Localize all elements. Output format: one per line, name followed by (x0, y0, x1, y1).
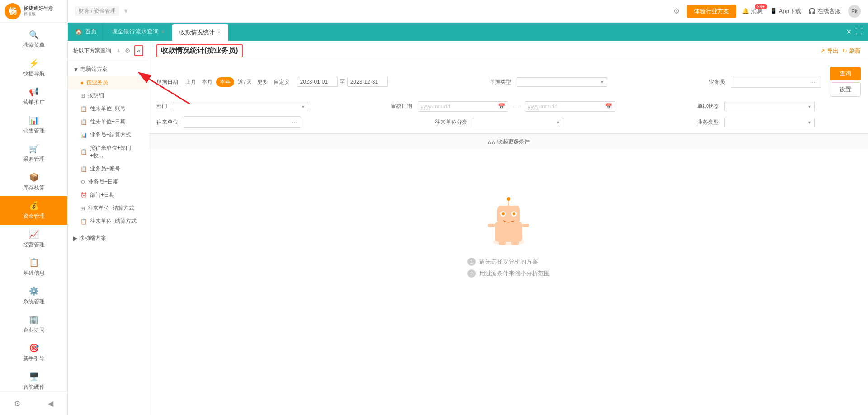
window-close-icon[interactable]: ✕ (846, 28, 852, 36)
collapse-triangle-icon: ▼ (73, 66, 79, 73)
scheme-item-partner-dept[interactable]: 📋 按往来单位+部门+收... (68, 141, 149, 162)
scheme-item-icon-detail: ⊞ (80, 93, 85, 99)
sidebar-item-label-enterprise: 企业协同 (23, 326, 45, 334)
biz-type-select[interactable]: ▾ (724, 118, 815, 127)
guide-icon: 🎯 (29, 343, 39, 353)
collapse-arrow-icon: ∧∧ (487, 139, 495, 145)
sidebar-item-system[interactable]: ⚙️ 系统管理 (0, 282, 67, 310)
notification-wrap[interactable]: 🔔 消息 99+ (742, 7, 763, 15)
date-range: 至 (297, 77, 388, 87)
settings-icon[interactable]: ⚙ (673, 7, 679, 15)
scheme-item-salesperson-settle[interactable]: 📊 业务员+结算方式 (68, 128, 149, 141)
filter-area: 单据日期 上月 本月 本年 近7天 更多 自定义 至 (149, 61, 868, 134)
sidebar-item-finance[interactable]: 💰 资金管理 (0, 196, 67, 225)
sidebar-item-marketing[interactable]: 📢 营销推广 (0, 82, 67, 111)
empty-state: 1 请先选择要分析的方案 2 用过滤条件来缩小分析范围 (467, 194, 550, 278)
scheme-item-dept-date[interactable]: ⏰ 部门+日期 (68, 189, 149, 202)
tab-bank-flow[interactable]: 现金银行流水查询 × (104, 23, 172, 41)
sidebar-item-hardware[interactable]: 🖥️ 智能硬件 (0, 367, 67, 391)
scheme-group-desktop-header[interactable]: ▼ 电脑端方案 (68, 63, 149, 76)
online-service-link[interactable]: 🎧 在线客服 (808, 7, 841, 15)
scheme-item-partner-settle1[interactable]: ⊞ 往来单位+结算方式 (68, 202, 149, 215)
sidebar-item-basic[interactable]: 📋 基础信息 (0, 253, 67, 282)
scheme-settings-btn[interactable]: ⚙ (124, 46, 132, 55)
breadcrumb-area: 财务 / 资金管理 ▼ (75, 6, 668, 16)
scheme-add-btn[interactable]: + (116, 46, 121, 55)
scheme-item-icon-pa: 📋 (80, 106, 87, 112)
sidebar-item-guide[interactable]: 🎯 新手引导 (0, 339, 67, 367)
date-this-year[interactable]: 本年 (216, 77, 234, 87)
sidebar-item-label-purchase: 采购管理 (23, 156, 45, 163)
calendar-end-icon[interactable]: 📅 (605, 103, 612, 110)
tab-collection-stats[interactable]: 收款情况统计 × (172, 24, 228, 41)
dept-select[interactable]: ▾ (173, 102, 308, 111)
sidebar-item-inventory[interactable]: 📦 库存核算 (0, 168, 67, 196)
bottom-settings-icon[interactable]: ⚙ (11, 396, 23, 410)
query-button[interactable]: 查询 (830, 67, 861, 80)
salesperson-more-icon[interactable]: ··· (811, 78, 817, 85)
scheme-panel: 按以下方案查询 + ⚙ « ▼ 电脑端方案 ● 按业务员 ⊞ 按明细 (68, 41, 149, 415)
scheme-item-salesperson-date[interactable]: ⚙ 业务员+日期 (68, 175, 149, 189)
tab-bank-close-icon[interactable]: × (161, 28, 165, 35)
results-area: 1 请先选择要分析的方案 2 用过滤条件来缩小分析范围 (149, 149, 868, 415)
sidebar-item-search[interactable]: 🔍 搜索菜单 (0, 25, 67, 54)
date-start-input[interactable] (297, 77, 338, 87)
enterprise-icon: 🏢 (29, 315, 39, 325)
doc-status-select[interactable]: ▾ (724, 102, 815, 111)
partner-more-icon[interactable]: ··· (292, 118, 297, 126)
app-download-link[interactable]: 📱 App下载 (770, 7, 801, 15)
refresh-button[interactable]: ↻ 刷新 (842, 47, 861, 55)
collapse-label: 收起更多条件 (497, 138, 530, 146)
scheme-item-salesperson[interactable]: ● 按业务员 (68, 76, 149, 89)
scheme-item-partner-settle2[interactable]: 📋 往来单位+结算方式 (68, 215, 149, 228)
date-end-input[interactable] (347, 77, 388, 87)
avatar[interactable]: Rit (848, 5, 861, 18)
filter-settings-button[interactable]: 设置 (830, 82, 861, 97)
partner-category-select[interactable]: ▾ (473, 118, 563, 127)
export-button[interactable]: ↗ 导出 (820, 47, 839, 55)
scheme-item-partner-date[interactable]: 📋 往来单位+日期 (68, 115, 149, 128)
tip-item-1: 1 请先选择要分析的方案 (467, 258, 550, 266)
bottom-collapse-icon[interactable]: ◀ (45, 396, 56, 410)
tab-collection-close-icon[interactable]: × (217, 29, 221, 36)
scheme-collapse-btn[interactable]: « (134, 45, 143, 56)
scheme-group-mobile-header[interactable]: ▶ 移动端方案 (68, 231, 149, 245)
sidebar-nav: 🔍 搜索菜单 ⚡ 快捷导航 📢 营销推广 📊 销售管理 🛒 采购管理 📦 库存核… (0, 23, 67, 391)
scheme-item-detail[interactable]: ⊞ 按明细 (68, 89, 149, 102)
window-controls: ✕ ⛶ (840, 28, 868, 36)
doc-type-select[interactable]: ▾ (517, 77, 607, 87)
scheme-item-icon-ps1: ⊞ (80, 205, 85, 212)
scheme-mobile-label: 移动端方案 (79, 234, 106, 242)
app-download-icon: 📱 (770, 8, 777, 14)
scheme-item-label-detail: 按明细 (88, 92, 104, 99)
date-this-month[interactable]: 本月 (200, 77, 214, 87)
date-custom[interactable]: 自定义 (272, 77, 292, 87)
sidebar-item-label-sales: 销售管理 (23, 127, 45, 135)
sidebar-item-purchase[interactable]: 🛒 采购管理 (0, 139, 67, 168)
trial-button[interactable]: 体验行业方案 (687, 5, 736, 18)
scheme-item-label-salesperson: 按业务员 (86, 79, 108, 86)
sidebar-item-quick-nav[interactable]: ⚡ 快捷导航 (0, 54, 67, 82)
audit-date-start-input[interactable] (421, 104, 498, 110)
window-maximize-icon[interactable]: ⛶ (855, 28, 863, 36)
scheme-item-partner-account[interactable]: 📋 往来单位+账号 (68, 102, 149, 115)
sidebar-bottom: ⚙ ◀ (0, 391, 67, 415)
date-7days[interactable]: 近7天 (236, 77, 254, 87)
sidebar-item-sales[interactable]: 📊 销售管理 (0, 111, 67, 139)
tip-text-2: 用过滤条件来缩小分析范围 (479, 269, 550, 278)
date-more[interactable]: 更多 (255, 77, 270, 87)
date-last-month[interactable]: 上月 (184, 77, 198, 87)
sidebar-item-operation[interactable]: 📈 经营管理 (0, 225, 67, 253)
collapse-bar[interactable]: ∧∧ 收起更多条件 (149, 134, 868, 149)
tab-home[interactable]: 🏠 首页 (68, 23, 104, 41)
salesperson-select[interactable]: ··· (731, 76, 821, 88)
sidebar-item-label-search: 搜索菜单 (23, 42, 45, 49)
calendar-start-icon[interactable]: 📅 (498, 103, 505, 110)
sidebar-item-enterprise[interactable]: 🏢 企业协同 (0, 310, 67, 339)
partner-label: 往来单位 (156, 118, 178, 126)
scheme-item-salesperson-account[interactable]: 📋 业务员+账号 (68, 162, 149, 175)
chevron-down-icon: ▾ (601, 80, 603, 85)
audit-date-end-input[interactable] (528, 104, 605, 110)
sidebar-item-label-quick: 快捷导航 (23, 70, 45, 78)
partner-select[interactable]: ··· (184, 116, 301, 128)
